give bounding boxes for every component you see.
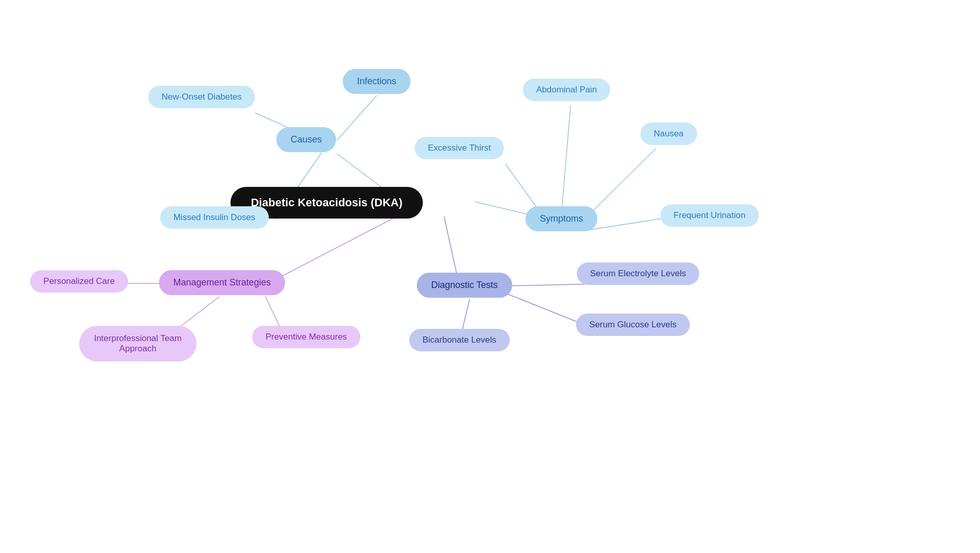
management-node: Management Strategies: [159, 270, 285, 295]
svg-line-14: [505, 284, 595, 286]
causes-label: Causes: [290, 134, 322, 145]
frequent-urination-node: Frequent Urination: [660, 204, 759, 227]
preventive-measures-node: Preventive Measures: [252, 326, 360, 348]
serum-glucose-node: Serum Glucose Levels: [576, 314, 690, 336]
serum-glucose-label: Serum Glucose Levels: [589, 320, 676, 330]
bicarbonate-node: Bicarbonate Levels: [409, 329, 510, 351]
diagnostic-tests-node: Diagnostic Tests: [417, 273, 512, 298]
missed-insulin-label: Missed Insulin Doses: [174, 212, 256, 223]
preventive-measures-label: Preventive Measures: [265, 332, 347, 342]
symptoms-label: Symptoms: [540, 213, 583, 224]
frequent-urination-label: Frequent Urination: [674, 210, 746, 221]
excessive-thirst-node: Excessive Thirst: [414, 137, 504, 159]
svg-line-7: [587, 149, 656, 217]
symptoms-node: Symptoms: [525, 206, 597, 231]
personalized-care-node: Personalized Care: [30, 270, 128, 293]
infections-label: Infections: [357, 76, 396, 87]
svg-line-9: [268, 214, 401, 283]
interprofessional-label: Interprofessional Team Approach: [94, 333, 182, 354]
new-onset-node: New-Onset Diabetes: [149, 86, 255, 108]
nausea-label: Nausea: [654, 129, 684, 139]
svg-line-8: [590, 218, 669, 230]
missed-insulin-node: Missed Insulin Doses: [160, 206, 269, 229]
new-onset-label: New-Onset Diabetes: [162, 92, 242, 102]
nausea-node: Nausea: [641, 123, 697, 145]
serum-electrolyte-label: Serum Electrolyte Levels: [590, 269, 686, 279]
interprofessional-node: Interprofessional Team Approach: [79, 326, 197, 362]
abdominal-pain-label: Abdominal Pain: [536, 85, 597, 95]
management-label: Management Strategies: [173, 277, 271, 288]
diagnostic-tests-label: Diagnostic Tests: [431, 280, 498, 291]
causes-node: Causes: [276, 127, 336, 152]
center-label: Diabetic Ketoacidosis (DKA): [251, 196, 402, 209]
bicarbonate-label: Bicarbonate Levels: [423, 335, 497, 345]
infections-node: Infections: [342, 69, 410, 94]
svg-line-6: [561, 105, 571, 213]
personalized-care-label: Personalized Care: [43, 276, 115, 286]
excessive-thirst-label: Excessive Thirst: [428, 143, 491, 153]
svg-line-1: [337, 95, 377, 140]
abdominal-pain-node: Abdominal Pain: [523, 79, 610, 101]
serum-electrolyte-node: Serum Electrolyte Levels: [577, 262, 699, 285]
